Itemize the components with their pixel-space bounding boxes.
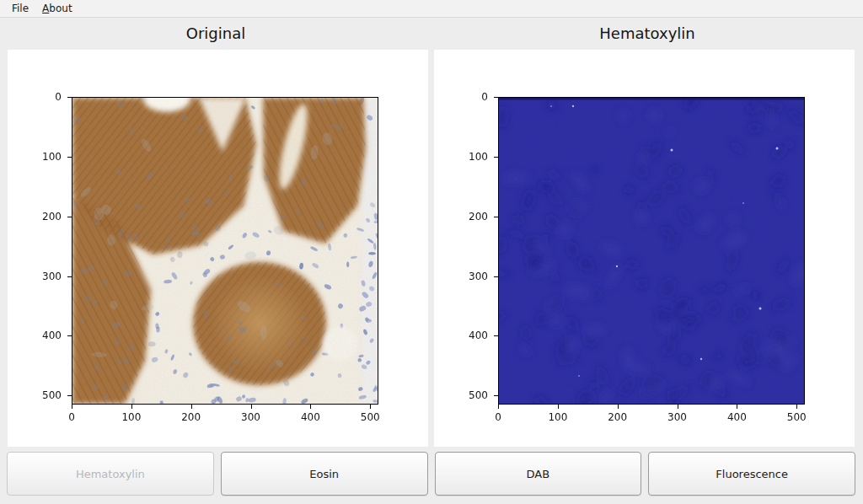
plot-image-original	[72, 97, 378, 405]
y-tick-mark	[494, 335, 498, 336]
x-tick-mark	[251, 405, 252, 409]
titles-row: Original Hematoxylin	[0, 24, 863, 42]
y-tick-mark	[494, 217, 498, 217]
menubar: File About	[0, 0, 863, 18]
y-tick-label: 0	[8, 90, 62, 104]
x-tick-mark	[796, 405, 797, 409]
x-tick-label: 100	[539, 410, 576, 424]
title-hematoxylin: Hematoxylin	[432, 24, 863, 42]
y-tick-label: 400	[8, 329, 62, 342]
top-edge-shadow	[499, 98, 804, 100]
y-tick-mark	[494, 276, 498, 277]
y-tick-mark	[494, 395, 498, 396]
y-tick-label: 300	[434, 270, 488, 283]
y-tick-mark	[67, 97, 72, 98]
x-tick-label: 0	[53, 410, 90, 424]
x-tick-label: 500	[351, 410, 389, 424]
y-tick-mark	[67, 276, 72, 277]
menu-about[interactable]: About	[35, 1, 79, 16]
hematoxylin-channel-image	[499, 98, 804, 404]
y-tick-label: 100	[8, 150, 62, 164]
menu-file[interactable]: File	[5, 1, 35, 16]
y-tick-mark	[494, 97, 498, 98]
stain-button-row: Hematoxylin Eosin DAB Fluorescence	[7, 452, 855, 496]
y-tick-label: 200	[434, 210, 488, 223]
y-tick-label: 300	[8, 270, 62, 283]
eosin-button[interactable]: Eosin	[221, 452, 428, 496]
x-tick-mark	[191, 405, 192, 409]
menu-about-rest: bout	[49, 3, 72, 14]
y-tick-label: 400	[434, 329, 488, 342]
y-tick-label: 500	[8, 389, 62, 402]
y-tick-mark	[67, 157, 72, 158]
hematoxylin-grain-overlay	[499, 98, 804, 404]
y-tick-label: 100	[434, 150, 488, 164]
y-tick-mark	[67, 335, 72, 336]
y-tick-mark	[494, 157, 498, 158]
x-tick-label: 500	[778, 410, 815, 424]
x-tick-mark	[737, 405, 737, 409]
panel-hematoxylin: 01002003004005000100200300400500	[434, 50, 855, 447]
dab-button[interactable]: DAB	[435, 452, 642, 496]
x-tick-mark	[370, 405, 371, 409]
hematoxylin-button[interactable]: Hematoxylin	[7, 452, 214, 496]
x-tick-mark	[618, 405, 619, 409]
x-tick-label: 400	[718, 410, 755, 424]
y-tick-mark	[67, 395, 72, 396]
x-tick-mark	[678, 405, 678, 409]
x-tick-mark	[558, 405, 559, 409]
y-tick-label: 500	[434, 389, 488, 402]
x-tick-label: 200	[173, 410, 210, 424]
plot-hematoxylin: 01002003004005000100200300400500	[434, 50, 855, 447]
x-tick-label: 300	[233, 410, 270, 424]
plot-image-hematoxylin	[498, 97, 805, 405]
x-tick-label: 200	[599, 410, 636, 424]
x-tick-mark	[131, 405, 132, 409]
x-tick-mark	[72, 405, 72, 409]
title-original: Original	[0, 24, 432, 42]
x-tick-mark	[498, 405, 499, 409]
y-tick-label: 200	[8, 210, 62, 223]
x-tick-label: 300	[659, 410, 696, 424]
x-tick-label: 400	[292, 410, 329, 424]
original-tissue-image	[72, 98, 378, 404]
panel-original: 01002003004005000100200300400500	[8, 50, 428, 447]
x-tick-mark	[310, 405, 311, 409]
y-tick-mark	[67, 217, 72, 217]
x-tick-label: 100	[113, 410, 150, 424]
fluorescence-button[interactable]: Fluorescence	[648, 452, 855, 496]
tissue-grain-overlay	[72, 98, 378, 404]
y-tick-label: 0	[434, 90, 488, 104]
plot-original: 01002003004005000100200300400500	[8, 50, 428, 447]
x-tick-label: 0	[480, 410, 517, 424]
